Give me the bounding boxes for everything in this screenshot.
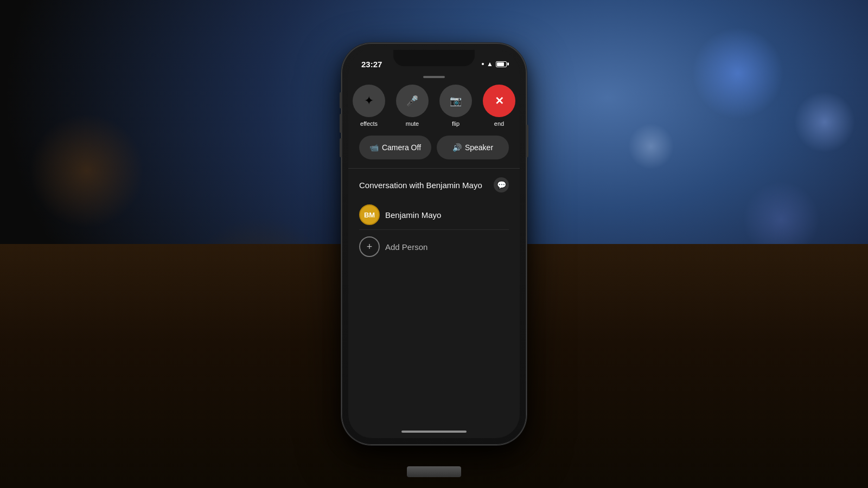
notch: [393, 50, 475, 66]
wide-buttons-row: 📹 Camera Off 🔊 Speaker: [359, 136, 509, 159]
conversation-section: Conversation with Benjamin Mayo 💬 BM Ben…: [348, 177, 520, 261]
flip-label: flip: [452, 120, 459, 127]
message-icon-button[interactable]: 💬: [494, 177, 509, 192]
contact-avatar: BM: [359, 204, 380, 225]
contact-initials: BM: [364, 211, 375, 219]
effects-button[interactable]: ✦ effects: [353, 85, 385, 127]
add-person-button[interactable]: + Add Person: [359, 232, 509, 261]
signal-icon: [482, 63, 484, 65]
speaker-button[interactable]: 🔊 Speaker: [437, 136, 509, 159]
contact-row[interactable]: BM Benjamin Mayo: [359, 200, 509, 230]
battery-icon: [496, 61, 507, 67]
battery-fill: [497, 62, 504, 66]
end-label: end: [494, 120, 504, 127]
home-indicator[interactable]: [401, 431, 467, 433]
add-person-label: Add Person: [385, 242, 427, 252]
camera-off-label: Camera Off: [382, 143, 421, 152]
call-controls: ✦ effects 🎤 mute 📷: [348, 85, 520, 159]
flip-icon: 📷: [450, 95, 462, 107]
phone-body: 23:27 ▲ ✦: [342, 43, 526, 445]
camera-off-icon: 📹: [369, 143, 379, 152]
effects-label: effects: [360, 120, 378, 127]
power-button[interactable]: [526, 125, 528, 157]
drag-handle[interactable]: [423, 76, 445, 78]
volume-up-button[interactable]: [340, 114, 342, 133]
plus-icon: +: [367, 241, 373, 253]
camera-off-button[interactable]: 📹 Camera Off: [359, 136, 431, 159]
end-button[interactable]: ✕ end: [483, 85, 515, 127]
divider: [348, 168, 520, 169]
silent-switch[interactable]: [340, 92, 342, 108]
flip-button[interactable]: 📷 flip: [439, 85, 472, 127]
effects-circle: ✦: [353, 85, 385, 117]
speaker-icon: 🔊: [452, 143, 462, 152]
conversation-header: Conversation with Benjamin Mayo 💬: [359, 177, 509, 192]
flip-circle: 📷: [439, 85, 472, 117]
status-time: 23:27: [361, 60, 382, 69]
phone-stand: [407, 466, 461, 477]
add-person-icon: +: [359, 236, 380, 257]
phone-screen: 23:27 ▲ ✦: [348, 50, 520, 438]
end-icon: ✕: [495, 94, 504, 107]
mute-button[interactable]: 🎤 mute: [396, 85, 429, 127]
wifi-icon: ▲: [487, 60, 493, 68]
effects-icon: ✦: [364, 94, 374, 108]
end-circle: ✕: [483, 85, 515, 117]
mute-icon: 🎤: [406, 95, 418, 107]
contact-name: Benjamin Mayo: [385, 210, 441, 220]
screen-content: ✦ effects 🎤 mute 📷: [348, 74, 520, 438]
message-bubble-icon: 💬: [497, 181, 506, 189]
mute-label: mute: [406, 120, 419, 127]
mute-circle: 🎤: [396, 85, 429, 117]
status-icons: ▲: [482, 60, 507, 68]
volume-down-button[interactable]: [340, 138, 342, 157]
control-buttons-row: ✦ effects 🎤 mute 📷: [359, 85, 509, 127]
conversation-title: Conversation with Benjamin Mayo: [359, 181, 482, 190]
phone-container: 23:27 ▲ ✦: [342, 43, 526, 445]
speaker-label: Speaker: [465, 143, 493, 152]
